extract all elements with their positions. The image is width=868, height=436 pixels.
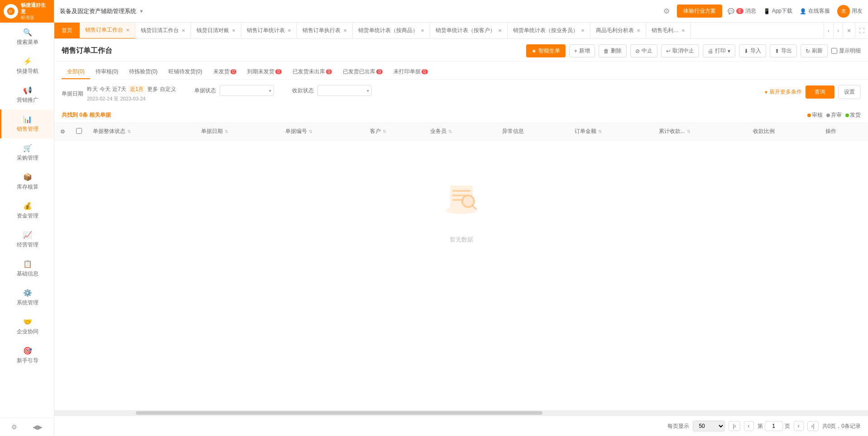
horizontal-scrollbar[interactable]	[54, 410, 868, 416]
query-btn[interactable]: 查询	[806, 85, 834, 99]
tab-maximize-btn[interactable]: ⛶	[855, 23, 868, 39]
import-btn[interactable]: ⬇ 导入	[739, 44, 766, 57]
smart-btn[interactable]: ★ 智能生单	[526, 44, 566, 57]
tab-close-1[interactable]: ✕	[126, 28, 129, 33]
col-header-7[interactable]: 累计收款...⇅	[653, 123, 748, 140]
delete-btn[interactable]: 🗑 删除	[599, 44, 627, 57]
sub-tab-1[interactable]: 待审核(0)	[90, 65, 124, 79]
main-area: 装备及固定资产辅助管理系统 ▾ ⚙ 体验行业方案 💬 6 消息 📱 App下载 …	[54, 0, 868, 436]
sub-tab-5[interactable]: 到期未发货0	[242, 65, 287, 79]
revoke-btn[interactable]: 弃审	[826, 111, 842, 119]
cancel-stop-btn[interactable]: ↩ 取消中止	[661, 44, 699, 57]
page-size-select[interactable]: 50 20 100	[693, 421, 725, 431]
sidebar-item-8[interactable]: 📋基础信息	[0, 254, 54, 283]
ship-btn[interactable]: 发货	[845, 111, 861, 119]
sidebar-item-9[interactable]: ⚙️系统管理	[0, 283, 54, 312]
page-next-btn[interactable]: ›	[794, 421, 804, 431]
col-header-0[interactable]: 单据整体状态⇅	[87, 123, 196, 140]
page-input[interactable]	[765, 421, 783, 431]
tab-item-10[interactable]: 销售毛利…✕	[646, 23, 691, 39]
sidebar-item-6[interactable]: 💰资金管理	[0, 196, 54, 225]
settings-bottom-icon[interactable]: ⚙	[10, 422, 19, 432]
date-shortcut-2[interactable]: 近7天	[112, 85, 126, 93]
col-header-6[interactable]: 订单金额⇅	[569, 123, 653, 140]
sidebar-item-5[interactable]: 📦库存核算	[0, 167, 54, 196]
tab-close-2[interactable]: ✕	[182, 28, 185, 33]
tab-close-4[interactable]: ✕	[288, 28, 291, 33]
sub-tab-2[interactable]: 待拣验货(0)	[124, 65, 163, 79]
tab-item-9[interactable]: 商品毛利分析表✕	[590, 23, 646, 39]
message-btn[interactable]: 💬 6 消息	[728, 7, 756, 15]
col-header-4[interactable]: 业务员⇅	[425, 123, 497, 140]
filter-settings-btn[interactable]: 设置	[838, 85, 861, 99]
date-shortcut-1[interactable]: 今天	[100, 85, 110, 93]
tab-prev-btn[interactable]: ‹	[824, 23, 833, 39]
sidebar-item-2[interactable]: 📢营销推广	[0, 81, 54, 109]
audit-btn[interactable]: 审核	[807, 111, 823, 119]
tab-home[interactable]: 首页	[54, 23, 80, 39]
col-check[interactable]	[71, 123, 87, 140]
sidebar-item-0[interactable]: 🔍搜索菜单	[0, 23, 54, 52]
collapse-icon[interactable]: ◀▶	[31, 422, 44, 432]
industry-btn[interactable]: 体验行业方案	[677, 5, 722, 18]
tab-item-1[interactable]: 销售订单工作台✕	[80, 23, 135, 39]
show-detail-input[interactable]	[831, 48, 837, 54]
app-download-btn[interactable]: 📱 App下载	[763, 7, 792, 15]
tab-item-8[interactable]: 销货单统计表（按业务员）✕	[508, 23, 590, 39]
settings-icon[interactable]: ⚙	[663, 7, 670, 15]
scrollbar-thumb[interactable]	[136, 411, 543, 415]
col-header-2[interactable]: 单据编号⇅	[280, 123, 364, 140]
date-shortcut-0[interactable]: 昨天	[87, 85, 98, 93]
col-header-3[interactable]: 客户⇅	[364, 123, 425, 140]
tab-item-4[interactable]: 销售订单统计表✕	[241, 23, 297, 39]
status-select[interactable]	[220, 85, 274, 96]
sub-tab-label-5: 到期未发货	[247, 68, 274, 75]
print-btn[interactable]: 🖨 打印 ▾	[703, 44, 735, 57]
export-btn[interactable]: ⬆ 导出	[770, 44, 797, 57]
tab-item-3[interactable]: 钱货日清对账✕	[191, 23, 241, 39]
sub-tab-3[interactable]: 旺铺待发货(0)	[163, 65, 208, 79]
sub-tab-8[interactable]: 未打印单据0	[388, 65, 433, 79]
sidebar-item-7[interactable]: 📈经营管理	[0, 225, 54, 254]
date-shortcut-3[interactable]: 近1月	[128, 85, 146, 94]
tab-close-10[interactable]: ✕	[681, 28, 685, 33]
user-menu[interactable]: 友 用友	[837, 5, 863, 18]
expand-btn[interactable]: ▾ 展开更多条件	[765, 88, 802, 96]
sub-tab-4[interactable]: 未发货0	[208, 65, 242, 79]
sidebar-item-3[interactable]: 📊销售管理	[0, 109, 54, 138]
col-header-1[interactable]: 单据日期⇅	[196, 123, 280, 140]
page-last-btn[interactable]: ›|	[807, 421, 819, 431]
system-title-dropdown-icon[interactable]: ▾	[140, 8, 143, 14]
col-settings[interactable]: ⚙	[54, 123, 71, 140]
sub-tab-7[interactable]: 已发货已出库0	[337, 65, 388, 79]
tab-item-6[interactable]: 销货单统计表（按商品）✕	[353, 23, 430, 39]
online-service-btn[interactable]: 👤 在线客服	[800, 7, 830, 15]
sub-tab-6[interactable]: 已发货未出库0	[287, 65, 338, 79]
date-shortcut-5[interactable]: 自定义	[160, 85, 176, 93]
tab-close-all-btn[interactable]: ✕	[843, 23, 855, 39]
select-all-checkbox[interactable]	[76, 128, 82, 134]
show-detail-checkbox[interactable]: 显示明细	[831, 47, 861, 55]
sub-tab-0[interactable]: 全部(0)	[62, 65, 90, 79]
tab-close-7[interactable]: ✕	[498, 28, 502, 33]
sidebar-item-11[interactable]: 🎯新手引导	[0, 341, 54, 370]
refresh-btn[interactable]: ↻ 刷新	[801, 44, 828, 57]
tab-next-btn[interactable]: ›	[833, 23, 843, 39]
page-first-btn[interactable]: |‹	[729, 421, 740, 431]
tab-close-9[interactable]: ✕	[637, 28, 640, 33]
sidebar-item-1[interactable]: ⚡快捷导航	[0, 52, 54, 81]
tab-close-5[interactable]: ✕	[343, 28, 347, 33]
tab-close-6[interactable]: ✕	[421, 28, 424, 33]
add-btn[interactable]: + 新增	[569, 44, 595, 57]
sidebar-item-10[interactable]: 🤝企业协同	[0, 312, 54, 341]
tab-item-5[interactable]: 销售订单执行表✕	[297, 23, 353, 39]
tab-close-3[interactable]: ✕	[232, 28, 235, 33]
stop-btn[interactable]: ⊘ 中止	[630, 44, 657, 57]
sidebar-item-4[interactable]: 🛒采购管理	[0, 138, 54, 167]
payment-select[interactable]	[317, 85, 372, 96]
date-shortcut-4[interactable]: 更多	[147, 85, 158, 93]
tab-item-2[interactable]: 钱货日清工作台✕	[135, 23, 191, 39]
tab-close-8[interactable]: ✕	[581, 28, 585, 33]
page-prev-btn[interactable]: ‹	[744, 421, 754, 431]
tab-item-7[interactable]: 销货单统计表（按客户）✕	[430, 23, 508, 39]
